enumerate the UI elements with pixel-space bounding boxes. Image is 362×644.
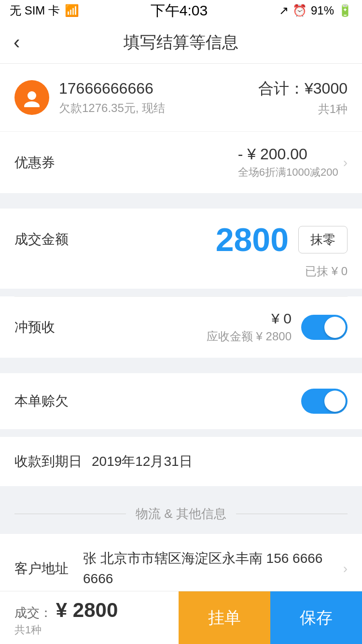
bottom-deal-amount: ¥ 2800	[56, 599, 118, 621]
deal-amount-container: 2800 抹零	[216, 223, 348, 256]
credit-row: 本单赊欠	[14, 373, 348, 429]
coupon-value-block: - ¥ 200.00 全场6折满1000减200	[238, 145, 338, 180]
wifi-icon: 📶	[65, 4, 79, 17]
customer-debt: 欠款1276.35元, 现结	[59, 100, 165, 116]
deal-label: 成交金额	[14, 230, 69, 249]
deal-rounded-text: 已抹 ¥ 0	[305, 264, 348, 279]
bottom-deal-row: 成交： ¥ 2800	[14, 599, 164, 622]
back-button[interactable]: ‹	[14, 31, 20, 53]
section-divider-1	[0, 201, 362, 209]
prereceive-amount: ¥ 0	[207, 310, 292, 327]
battery-text: 91%	[311, 4, 334, 17]
deal-amount: 2800	[216, 223, 289, 256]
svg-point-1	[24, 101, 40, 107]
customer-row: 17666666666 欠款1276.35元, 现结 合计：¥3000 共1种	[0, 64, 362, 131]
prereceive-row: 冲预收 ¥ 0 应收金额 ¥ 2800	[14, 296, 348, 358]
logistics-divider: 物流 & 其他信息	[0, 494, 362, 534]
battery-icon: 🔋	[338, 4, 352, 17]
credit-section: 本单赊欠	[0, 373, 362, 429]
coupon-desc: 全场6折满1000减200	[238, 165, 338, 180]
page-title: 填写结算等信息	[124, 31, 238, 54]
total-count: 共1种	[258, 101, 348, 117]
duedate-row: 收款到期日 2019年12月31日	[14, 437, 348, 486]
status-bar-left: 无 SIM 卡 📶	[10, 3, 79, 18]
bottom-info: 成交： ¥ 2800 共1种	[0, 599, 179, 637]
status-bar-time: 下午4:03	[151, 1, 208, 21]
deal-row: 成交金额 2800 抹零	[14, 223, 348, 256]
alarm-icon: ⏰	[292, 4, 307, 17]
total-amount: 合计：¥3000	[258, 78, 348, 99]
coupon-discount: - ¥ 200.00	[238, 145, 338, 163]
coupon-right: - ¥ 200.00 全场6折满1000减200 ›	[238, 145, 348, 180]
customer-phone: 17666666666	[59, 80, 165, 98]
credit-label: 本单赊欠	[14, 392, 69, 410]
content: 17666666666 欠款1276.35元, 现结 合计：¥3000 共1种 …	[0, 64, 362, 644]
prereceive-amount-block: ¥ 0 应收金额 ¥ 2800	[207, 310, 292, 344]
address-chevron-icon: ›	[343, 561, 348, 576]
coupon-chevron-icon: ›	[343, 155, 348, 170]
location-icon: ↗	[279, 4, 289, 17]
customer-info: 17666666666 欠款1276.35元, 现结	[59, 80, 165, 116]
section-divider-2	[0, 365, 362, 373]
back-icon: ‹	[14, 31, 20, 53]
round-zero-button[interactable]: 抹零	[298, 226, 348, 253]
pending-button[interactable]: 挂单	[179, 591, 270, 644]
nav-bar: ‹ 填写结算等信息	[0, 21, 362, 64]
duedate-section: 收款到期日 2019年12月31日	[0, 437, 362, 486]
credit-toggle[interactable]	[301, 389, 348, 414]
svg-point-0	[28, 91, 36, 100]
bottom-bar: 成交： ¥ 2800 共1种 挂单 保存	[0, 591, 362, 644]
save-button[interactable]: 保存	[270, 591, 362, 644]
prereceive-toggle-knob	[324, 317, 346, 338]
deal-section: 成交金额 2800 抹零 已抹 ¥ 0	[0, 209, 362, 289]
duedate-label: 收款到期日	[14, 452, 82, 471]
avatar	[14, 80, 49, 115]
customer-right: 合计：¥3000 共1种	[258, 78, 348, 117]
prereceive-right: ¥ 0 应收金额 ¥ 2800	[207, 310, 348, 344]
prereceive-toggle[interactable]	[301, 315, 348, 340]
bottom-deal-label: 成交：	[14, 605, 52, 620]
customer-card: 17666666666 欠款1276.35元, 现结 合计：¥3000 共1种 …	[0, 64, 362, 193]
prereceive-receivable: 应收金额 ¥ 2800	[207, 329, 292, 344]
address-label: 客户地址	[14, 560, 69, 578]
prereceive-section: 冲预收 ¥ 0 应收金额 ¥ 2800	[0, 296, 362, 358]
no-sim-text: 无 SIM 卡	[10, 3, 60, 18]
status-bar: 无 SIM 卡 📶 下午4:03 ↗ ⏰ 91% 🔋	[0, 0, 362, 21]
divider-line-left	[14, 514, 126, 514]
status-bar-right: ↗ ⏰ 91% 🔋	[279, 4, 352, 17]
coupon-row[interactable]: 优惠券 - ¥ 200.00 全场6折满1000减200 ›	[0, 131, 362, 193]
deal-sub-row: 已抹 ¥ 0	[14, 264, 348, 279]
duedate-value: 2019年12月31日	[92, 452, 193, 471]
customer-left: 17666666666 欠款1276.35元, 现结	[14, 80, 165, 116]
coupon-label: 优惠券	[14, 154, 55, 172]
address-value: 张 北京市市辖区海淀区永丰南 156 6666 6666	[83, 548, 338, 589]
credit-toggle-knob	[324, 391, 346, 412]
divider-line-right	[236, 514, 348, 514]
bottom-count: 共1种	[14, 623, 164, 637]
prereceive-label: 冲预收	[14, 318, 55, 336]
logistics-title: 物流 & 其他信息	[136, 505, 226, 522]
